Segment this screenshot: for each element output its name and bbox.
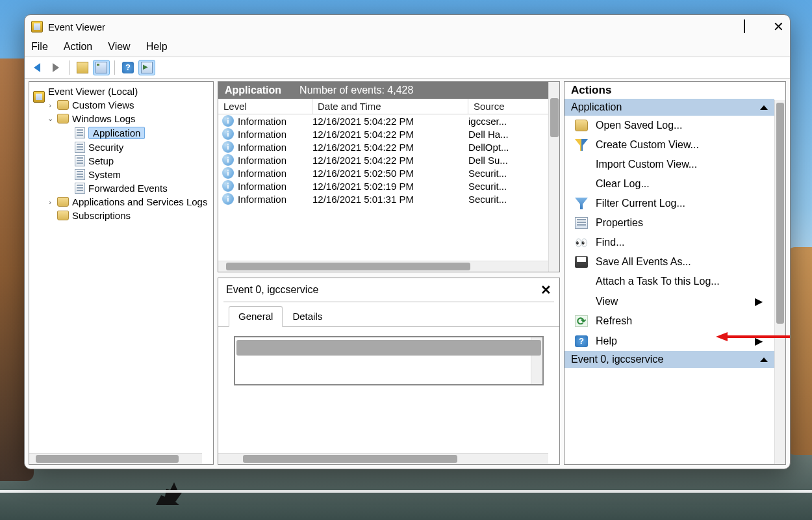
action-label: View <box>596 296 618 307</box>
tool-preview-button[interactable] <box>138 60 155 75</box>
caret-icon[interactable]: › <box>46 198 54 206</box>
tree-root[interactable]: Event Viewer (Local) <box>29 84 213 98</box>
app-icon <box>31 21 43 32</box>
cell-level: iInformation <box>218 193 312 205</box>
log-icon <box>75 142 85 153</box>
action-label: Attach a Task To this Log... <box>596 276 720 287</box>
detail-header: Event 0, igccservice ✕ <box>218 278 559 302</box>
funnely-icon <box>575 139 588 151</box>
menu-view[interactable]: View <box>108 41 130 53</box>
cell-datetime: 12/16/2021 5:01:31 PM <box>312 193 468 205</box>
forward-arrow-icon <box>53 63 59 72</box>
detail-hscrollbar[interactable] <box>218 453 548 464</box>
cell-source: Securit... <box>468 180 559 192</box>
info-icon: i <box>222 154 234 166</box>
tab-general[interactable]: General <box>229 306 283 327</box>
table-row[interactable]: iInformation12/16/2021 5:04:22 PMDell Su… <box>218 153 559 166</box>
action-properties[interactable]: Properties <box>565 213 774 233</box>
tab-details[interactable]: Details <box>283 306 332 326</box>
preview-icon <box>141 62 153 73</box>
menu-help[interactable]: Help <box>146 41 168 53</box>
action-create-custom-view[interactable]: Create Custom View... <box>565 135 774 155</box>
detail-tabs: General Details <box>218 302 559 327</box>
actions-vscrollbar[interactable] <box>774 100 785 464</box>
window-title: Event Viewer <box>48 21 105 32</box>
action-label: Refresh <box>596 315 632 327</box>
caret-up-icon <box>760 358 768 362</box>
table-row[interactable]: iInformation12/16/2021 5:01:31 PMSecurit… <box>218 192 559 205</box>
action-label: Open Saved Log... <box>596 120 682 131</box>
tree-item-label: Applications and Services Logs <box>72 196 207 207</box>
action-find[interactable]: 👀Find... <box>565 233 774 252</box>
tree-hscrollbar[interactable] <box>29 453 202 464</box>
close-button[interactable]: ✕ <box>773 23 783 31</box>
actions-section-event[interactable]: Event 0, igccservice <box>565 351 774 368</box>
col-level[interactable]: Level <box>218 99 312 114</box>
col-source[interactable]: Source <box>468 99 559 114</box>
tree-item-system[interactable]: System <box>29 168 213 181</box>
log-icon <box>75 127 85 138</box>
forward-button[interactable] <box>47 60 64 75</box>
help-icon: ? <box>122 62 134 73</box>
list-hscrollbar[interactable] <box>218 261 548 272</box>
action-open-saved-log[interactable]: Open Saved Log... <box>565 116 774 135</box>
menubar: File Action View Help <box>25 38 790 57</box>
menu-file[interactable]: File <box>31 41 48 53</box>
menu-action[interactable]: Action <box>64 41 92 53</box>
caret-down-icon[interactable]: ⌄ <box>46 114 54 123</box>
tree-item-custom-views[interactable]: › Custom Views <box>29 98 213 112</box>
tree-item-windows-logs[interactable]: ⌄ Windows Logs <box>29 112 213 125</box>
table-row[interactable]: iInformation12/16/2021 5:02:50 PMSecurit… <box>218 166 559 179</box>
info-icon: i <box>222 180 234 192</box>
submenu-arrow-icon: ▶ <box>755 335 763 347</box>
list-header: Application Number of events: 4,428 <box>218 82 559 99</box>
tree-item-label: Security <box>88 142 123 153</box>
cell-level: iInformation <box>218 128 312 140</box>
tool-help-button[interactable]: ? <box>120 60 136 75</box>
table-row[interactable]: iInformation12/16/2021 5:02:19 PMSecurit… <box>218 179 559 192</box>
detail-close-button[interactable]: ✕ <box>540 282 552 298</box>
action-save-all-events-as[interactable]: Save All Events As... <box>565 252 774 272</box>
detail-msg-vscrollbar[interactable] <box>531 337 542 384</box>
cell-datetime: 12/16/2021 5:04:22 PM <box>312 128 468 140</box>
action-import-custom-view[interactable]: Import Custom View... <box>565 155 774 174</box>
event-list-pane: Application Number of events: 4,428 Leve… <box>218 81 560 272</box>
tool-folder-button[interactable] <box>74 60 91 75</box>
tree-item-subscriptions[interactable]: Subscriptions <box>29 209 213 222</box>
caret-icon[interactable]: › <box>46 101 54 109</box>
event-rows: iInformation12/16/2021 5:04:22 PMigccser… <box>218 114 559 205</box>
blank-icon <box>575 296 588 307</box>
actions-section-application[interactable]: Application <box>565 99 774 116</box>
tree-item-apps-services-logs[interactable]: › Applications and Services Logs <box>29 195 213 209</box>
tree-item-setup[interactable]: Setup <box>29 154 213 168</box>
tree-item-label: Setup <box>88 155 114 166</box>
action-clear-log[interactable]: Clear Log... <box>565 174 774 194</box>
table-row[interactable]: iInformation12/16/2021 5:04:22 PMDell Ha… <box>218 127 559 140</box>
back-button[interactable] <box>29 60 45 75</box>
action-view[interactable]: View▶ <box>565 291 774 311</box>
properties-icon <box>95 62 107 73</box>
tree-item-forwarded-events[interactable]: Forwarded Events <box>29 181 213 195</box>
detail-title: Event 0, igccservice <box>226 284 318 296</box>
cell-source: Dell Ha... <box>468 128 559 140</box>
folder-icon <box>57 197 69 207</box>
list-vscrollbar[interactable] <box>548 82 559 272</box>
action-refresh[interactable]: ⟳Refresh <box>565 311 774 331</box>
table-row[interactable]: iInformation12/16/2021 5:04:22 PMDellOpt… <box>218 140 559 153</box>
col-datetime[interactable]: Date and Time <box>312 99 468 114</box>
tree-item-security[interactable]: Security <box>29 140 213 154</box>
action-label: Clear Log... <box>596 178 650 190</box>
tree-item-application[interactable]: Application <box>29 125 213 140</box>
tree-item-label: Windows Logs <box>72 113 136 124</box>
action-filter-current-log[interactable]: Filter Current Log... <box>565 194 774 213</box>
titlebar[interactable]: Event Viewer ✕ <box>25 15 790 38</box>
cell-level: iInformation <box>218 115 312 127</box>
action-help[interactable]: ?Help▶ <box>565 331 774 351</box>
table-row[interactable]: iInformation12/16/2021 5:04:22 PMigccser… <box>218 114 559 127</box>
maximize-button[interactable] <box>739 20 750 33</box>
list-title: Application <box>225 84 281 96</box>
tree-root-label: Event Viewer (Local) <box>48 86 138 97</box>
blank-icon <box>575 276 588 287</box>
action-attach-a-task-to-this-log[interactable]: Attach a Task To this Log... <box>565 272 774 291</box>
tool-properties-button[interactable] <box>93 60 110 75</box>
